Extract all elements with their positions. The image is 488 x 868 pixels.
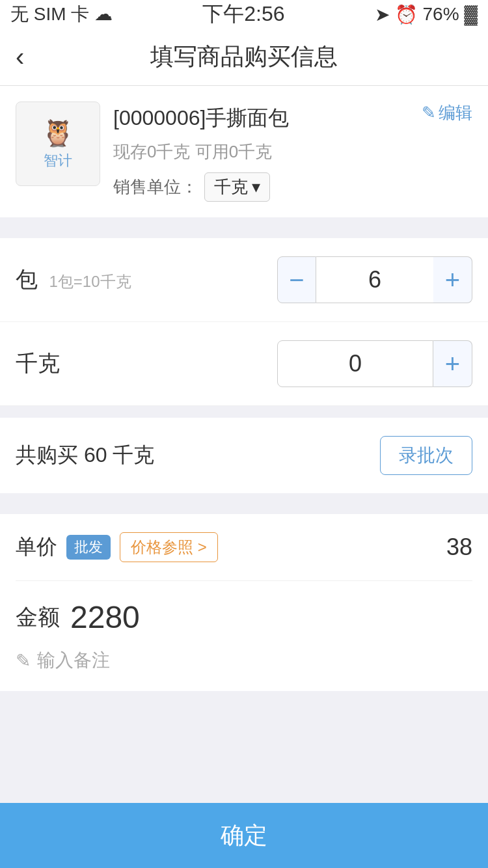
product-unit-row: 销售单位： 千克 ▾	[113, 172, 472, 202]
product-thumbnail-icon: 🦉	[42, 118, 74, 148]
content-spacer	[0, 691, 488, 821]
pencil-icon: ✎	[16, 650, 31, 671]
kg-label: 千克	[16, 349, 277, 379]
edit-label: 编辑	[439, 102, 472, 124]
battery-icon: ▓	[465, 4, 478, 25]
divider-1	[0, 228, 488, 238]
confirm-footer[interactable]: 确定	[0, 803, 488, 868]
status-bar: 无 SIM 卡 ☁ 下午2:56 ➤ ⏰ 76% ▓	[0, 0, 488, 29]
page-title: 填写商品购买信息	[150, 41, 338, 73]
price-label: 单价	[16, 533, 57, 562]
back-icon: ‹	[16, 42, 24, 71]
confirm-button[interactable]: 确定	[221, 820, 267, 852]
product-info: [0000006]手撕面包 现存0千克 可用0千克 销售单位： 千克 ▾	[113, 102, 472, 202]
divider-2	[0, 407, 488, 418]
package-sub-label: 1包=10千克	[49, 273, 131, 290]
product-thumbnail-label: 智计	[44, 151, 72, 170]
product-image: 🦉 智计	[16, 102, 100, 186]
product-card: 🦉 智计 [0000006]手撕面包 现存0千克 可用0千克 销售单位： 千克 …	[0, 86, 488, 217]
package-quantity-input[interactable]	[316, 256, 433, 303]
unit-chevron-icon: ▾	[252, 177, 260, 197]
location-icon: ➤	[375, 4, 390, 25]
price-row: 单价 批发 价格参照 > 38	[16, 532, 472, 581]
unit-label: 销售单位：	[113, 176, 198, 198]
amount-section: 金额 2280 ✎ 输入备注	[16, 581, 472, 691]
amount-row: 金额 2280	[16, 599, 472, 635]
remark-row[interactable]: ✎ 输入备注	[16, 648, 472, 673]
package-section: 包 1包=10千克 − + 千克 +	[0, 238, 488, 406]
unit-selector[interactable]: 千克 ▾	[204, 172, 270, 202]
amount-label: 金额	[16, 603, 60, 632]
package-increase-button[interactable]: +	[433, 256, 472, 303]
status-time: 下午2:56	[202, 0, 284, 29]
batch-button[interactable]: 录批次	[380, 436, 472, 475]
amount-value: 2280	[70, 599, 140, 635]
price-left: 单价 批发 价格参照 >	[16, 532, 218, 562]
kg-quantity-input[interactable]	[277, 340, 433, 387]
batch-tag: 批发	[66, 535, 111, 560]
sim-label: 无 SIM 卡 ☁	[10, 2, 113, 27]
package-quantity-control: − +	[277, 256, 472, 303]
package-label: 包 1包=10千克	[16, 265, 277, 295]
kg-increase-button[interactable]: +	[433, 340, 472, 387]
edit-icon: ✎	[422, 103, 436, 123]
price-ref-button[interactable]: 价格参照 >	[120, 532, 218, 562]
divider-3	[0, 504, 488, 514]
status-right: ➤ ⏰ 76% ▓	[375, 4, 478, 25]
package-row: 包 1包=10千克 − +	[0, 238, 488, 322]
battery-label: 76%	[423, 4, 459, 25]
price-value: 38	[446, 534, 472, 561]
package-decrease-button[interactable]: −	[277, 256, 316, 303]
unit-value: 千克	[214, 176, 248, 198]
back-button[interactable]: ‹	[16, 42, 24, 72]
product-stock: 现存0千克 可用0千克	[113, 141, 472, 163]
price-section: 单价 批发 价格参照 > 38 金额 2280 ✎ 输入备注	[0, 514, 488, 691]
summary-section: 共购买 60 千克 录批次	[0, 418, 488, 493]
kg-quantity-control: +	[277, 340, 472, 387]
summary-text: 共购买 60 千克	[16, 441, 154, 470]
edit-button[interactable]: ✎ 编辑	[422, 102, 472, 124]
nav-bar: ‹ 填写商品购买信息	[0, 29, 488, 86]
alarm-icon: ⏰	[395, 4, 418, 25]
status-left: 无 SIM 卡 ☁	[10, 2, 113, 27]
kg-row: 千克 +	[0, 322, 488, 406]
remark-placeholder: 输入备注	[37, 648, 110, 673]
product-name: [0000006]手撕面包	[113, 104, 472, 133]
